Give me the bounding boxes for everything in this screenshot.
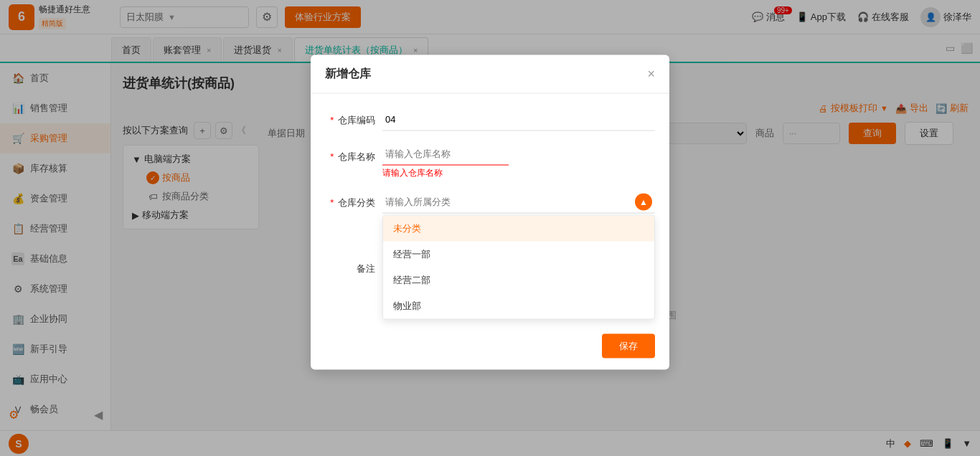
code-input[interactable] [382, 108, 655, 131]
modal-close-button[interactable]: × [647, 67, 655, 82]
category-option-ops2[interactable]: 经营二部 [383, 267, 654, 293]
category-input[interactable] [382, 191, 655, 214]
name-field-inner: * 仓库名称 [325, 143, 509, 166]
category-toggle-button[interactable]: ▲ [635, 194, 652, 211]
category-label: * 仓库分类 [325, 191, 382, 209]
code-field-row: * 仓库编码 [325, 108, 655, 131]
modal-body: * 仓库编码 * 仓库名称 请输入仓库名称 * 仓库分类 [311, 94, 669, 326]
modal-header: 新增仓库 × [311, 55, 669, 94]
note-label: 备注 [325, 257, 382, 275]
save-button[interactable]: 保存 [602, 334, 655, 358]
modal-footer: 保存 [311, 326, 669, 370]
name-input[interactable] [382, 143, 509, 166]
modal-title: 新增仓库 [325, 67, 371, 82]
name-field-row: * 仓库名称 请输入仓库名称 [325, 143, 655, 179]
name-error-container: 请输入仓库名称 [325, 166, 443, 179]
name-required-star: * [330, 151, 334, 162]
category-dropdown: 未分类 经营一部 经营二部 物业部 [382, 215, 655, 320]
category-option-ops1[interactable]: 经营一部 [383, 242, 654, 267]
code-required-star: * [330, 115, 334, 125]
category-option-property[interactable]: 物业部 [383, 293, 654, 319]
name-label: * 仓库名称 [325, 145, 382, 163]
category-required-star: * [330, 197, 334, 208]
category-field-row: * 仓库分类 ▲ 未分类 经营一部 经营二部 物业部 [325, 191, 655, 214]
new-warehouse-modal: 新增仓库 × * 仓库编码 * 仓库名称 请输入仓库名称 [311, 55, 669, 370]
code-label: * 仓库编码 [325, 108, 382, 127]
category-option-unclassified[interactable]: 未分类 [383, 216, 654, 242]
category-input-wrap: ▲ [382, 191, 655, 214]
name-error-message: 请输入仓库名称 [382, 168, 443, 178]
